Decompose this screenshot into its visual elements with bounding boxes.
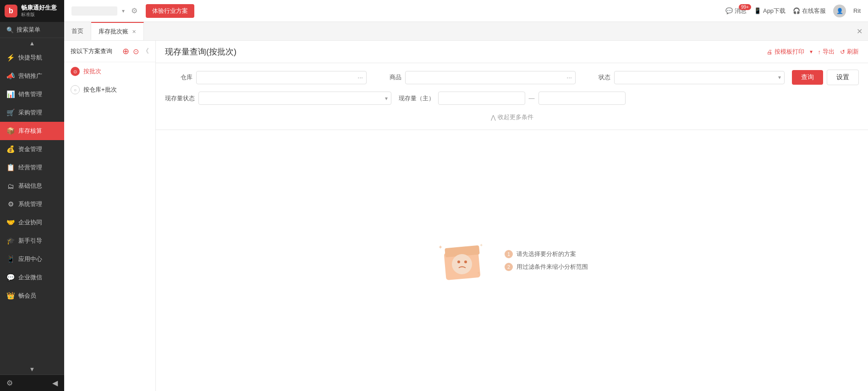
query-button[interactable]: 查询: [792, 70, 823, 85]
empty-tip-1: 1 请先选择要分析的方案: [505, 250, 588, 258]
content-header: 现存量查询(按批次) 🖨 按模板打印 ▾ ↑ 导出 ↺ 刷新: [156, 41, 868, 63]
filter-item-label: 按批次: [83, 67, 101, 76]
service-button[interactable]: 🎧 在线客服: [793, 7, 826, 15]
sidebar-item-purchase[interactable]: 🛒 采购管理: [0, 103, 64, 122]
sidebar-settings-icon[interactable]: ⚙: [6, 379, 13, 387]
sidebar-item-operation[interactable]: 📋 经营管理: [0, 158, 64, 177]
header-actions: 🖨 按模板打印 ▾ ↑ 导出 ↺ 刷新: [767, 48, 859, 56]
inventory-qty-dash: —: [529, 95, 535, 102]
print-label: 按模板打印: [775, 48, 804, 56]
sidebar-item-system[interactable]: ⚙ 系统管理: [0, 195, 64, 213]
avatar[interactable]: 👤: [833, 5, 846, 17]
enterprise-icon: 🤝: [6, 218, 15, 227]
inventory-status-select-wrap: 全部 有库存 无库存 ▾: [198, 92, 391, 105]
warehouse-input-wrap: ···: [196, 71, 367, 84]
export-button[interactable]: ↑ 导出: [818, 48, 835, 56]
sidebar-scroll-down[interactable]: ▼: [0, 364, 64, 375]
status-field: 状态 正常 冻结 停用 ▾: [583, 71, 785, 84]
sidebar-item-label: 采购管理: [18, 109, 42, 117]
inventory-status-field: 现存量状态 全部 有库存 无库存 ▾: [165, 92, 391, 105]
inventory-qty-to-input[interactable]: [538, 92, 626, 105]
sidebar-item-enterprise[interactable]: 🤝 企业协同: [0, 213, 64, 232]
tip-text-1: 请先选择要分析的方案: [516, 250, 576, 258]
sidebar-item-inventory[interactable]: 📦 库存核算: [0, 122, 64, 140]
app-name: 畅康通好生意: [21, 4, 57, 11]
search-actions: 查询 设置: [792, 70, 859, 85]
filter-item-icon-inactive: ○: [71, 85, 80, 94]
sidebar-item-quick-nav[interactable]: ⚡ 快捷导航: [0, 49, 64, 67]
svg-point-3: [457, 261, 460, 263]
tab-home[interactable]: 首页: [64, 22, 91, 40]
app-title-block: 畅康通好生意 标准版: [21, 4, 57, 18]
app-icon: 📱: [754, 7, 761, 14]
sidebar-item-finance[interactable]: 💰 资金管理: [0, 140, 64, 158]
sidebar-item-label: 销售管理: [18, 90, 42, 98]
filter-panel-header: 按以下方案查询 ⊕ ⊙ 《: [64, 41, 155, 62]
status-select[interactable]: 正常 冻结 停用: [614, 71, 785, 84]
sidebar-item-app-center[interactable]: 📱 应用中心: [0, 250, 64, 268]
status-label: 状态: [583, 73, 610, 81]
export-icon: ↑: [818, 49, 821, 55]
warehouse-dots[interactable]: ···: [357, 74, 363, 81]
filter-list: ⊙ 按批次 ○ 按仓库+批次: [64, 62, 155, 391]
svg-text:✦: ✦: [477, 271, 480, 275]
filter-item-by-batch[interactable]: ⊙ 按批次: [64, 62, 155, 81]
sidebar: b 畅康通好生意 标准版 🔍 搜索菜单 ▲ ⚡ 快捷导航 📣 营销推广 📊 销售…: [0, 0, 64, 391]
status-select-wrap: 正常 冻结 停用 ▾: [614, 71, 785, 84]
topbar-gear-icon[interactable]: ⚙: [131, 6, 137, 15]
sidebar-search[interactable]: 🔍 搜索菜单: [0, 22, 64, 38]
search-settings-button[interactable]: 设置: [827, 70, 859, 85]
empty-illustration-svg: ✦ ✦ ✦: [436, 233, 491, 288]
inventory-qty-label: 现存量（主）: [399, 94, 434, 103]
filter-gear-icon[interactable]: ⊙: [133, 47, 139, 56]
experience-button[interactable]: 体验行业方案: [146, 4, 194, 18]
sidebar-collapse-icon[interactable]: ◀: [52, 379, 58, 387]
sidebar-item-label: 企业微信: [18, 273, 42, 282]
warehouse-input[interactable]: [196, 71, 367, 84]
filter-item-label: 按仓库+批次: [83, 86, 117, 94]
sidebar-item-sales[interactable]: 📊 销售管理: [0, 85, 64, 103]
sidebar-footer: ⚙ ◀: [0, 375, 64, 391]
filter-item-by-warehouse-batch[interactable]: ○ 按仓库+批次: [64, 81, 155, 99]
tab-inventory-batch-label: 库存批次账: [99, 27, 128, 36]
sidebar-item-basic[interactable]: 🗂 基础信息: [0, 177, 64, 195]
print-button[interactable]: 🖨 按模板打印: [767, 48, 804, 56]
collapse-label: 收起更多条件: [498, 113, 533, 121]
tab-bar-close-button[interactable]: ✕: [851, 22, 868, 40]
filter-collapse-icon[interactable]: 《: [143, 47, 149, 55]
sidebar-item-marketing[interactable]: 📣 营销推广: [0, 67, 64, 85]
product-input[interactable]: [405, 71, 576, 84]
username[interactable]: Rit: [853, 7, 861, 14]
inventory-qty-from-input[interactable]: [438, 92, 525, 105]
tab-close-icon[interactable]: ✕: [132, 29, 136, 35]
tab-inventory-batch[interactable]: 库存批次账 ✕: [91, 22, 144, 40]
sidebar-item-newbie[interactable]: 🎓 新手引导: [0, 232, 64, 250]
sidebar-nav: ⚡ 快捷导航 📣 营销推广 📊 销售管理 🛒 采购管理 📦 库存核算 💰 资金管…: [0, 49, 64, 364]
sidebar-item-member[interactable]: 👑 畅会员: [0, 287, 64, 305]
topbar-right: 💬 消息 99+ 📱 App下载 🎧 在线客服 👤 Rit: [725, 5, 861, 17]
filter-add-icon[interactable]: ⊕: [122, 46, 129, 56]
app-center-icon: 📱: [6, 255, 15, 263]
svg-point-4: [464, 261, 467, 263]
sidebar-item-label: 新手引导: [18, 237, 42, 245]
quick-nav-icon: ⚡: [6, 54, 15, 62]
sidebar-item-label: 畅会员: [18, 292, 36, 300]
inventory-status-select[interactable]: 全部 有库存 无库存: [198, 92, 391, 105]
service-icon: 🎧: [793, 7, 800, 14]
app-download-label: App下载: [763, 7, 786, 15]
topbar-breadcrumb-input[interactable]: [71, 6, 117, 16]
svg-text:✦: ✦: [438, 244, 443, 250]
page-title: 现存量查询(按批次): [165, 46, 236, 57]
product-dots[interactable]: ···: [566, 74, 572, 81]
collapse-more-button[interactable]: ⋀ 收起更多条件: [165, 111, 859, 123]
sidebar-item-label: 库存核算: [18, 127, 42, 135]
refresh-button[interactable]: ↺ 刷新: [840, 48, 859, 56]
app-download-button[interactable]: 📱 App下载: [754, 7, 786, 15]
topbar-chevron-icon[interactable]: ▾: [122, 8, 125, 14]
basic-icon: 🗂: [6, 182, 15, 190]
sidebar-scroll-up[interactable]: ▲: [0, 38, 64, 49]
print-chevron-icon[interactable]: ▾: [810, 49, 813, 55]
sidebar-item-wechat[interactable]: 💬 企业微信: [0, 268, 64, 287]
message-button[interactable]: 💬 消息 99+: [725, 7, 747, 15]
sidebar-search-label: 搜索菜单: [16, 26, 40, 34]
